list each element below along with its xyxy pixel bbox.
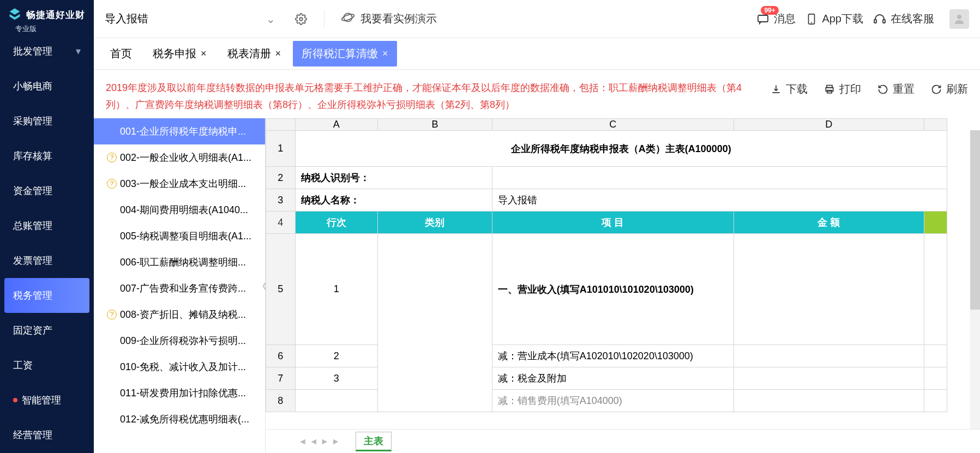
hdr-amount: 金 额 [734, 212, 924, 234]
cell-item[interactable]: 减：销售费用(填写A104000) [492, 390, 734, 412]
colhead-extra[interactable] [924, 119, 947, 131]
tab-settlement[interactable]: 所得税汇算清缴× [293, 41, 397, 67]
cell-amount[interactable] [734, 367, 924, 390]
tree-item-label: 012-减免所得税优惠明细表(... [120, 413, 249, 426]
warning-icon: ? [107, 310, 117, 319]
refresh-button[interactable]: 刷新 [931, 82, 968, 96]
avatar[interactable] [949, 9, 969, 29]
cell-line[interactable]: 2 [295, 345, 377, 367]
sidebar-item-0[interactable]: 批发管理▾ [0, 39, 94, 69]
cell-item[interactable]: 减：税金及附加 [492, 367, 734, 390]
rownum[interactable]: 6 [266, 345, 296, 367]
tree-item-5[interactable]: 006-职工薪酬纳税调整明细... [94, 249, 265, 275]
notice-text: 2019年度涉及取以前年度结转数据的申报表单元格需要手工维护正确，才能保证本年及… [106, 80, 749, 113]
tab-register[interactable]: 税表清册× [219, 41, 290, 67]
tree-item-label: 008-资产折旧、摊销及纳税... [120, 308, 246, 321]
cell-category[interactable] [378, 234, 492, 412]
rownum[interactable]: 4 [266, 212, 296, 234]
sidebar-item-1[interactable]: 小畅电商 [0, 69, 94, 104]
dot-icon [13, 398, 17, 402]
sidebar-item-7[interactable]: 税务管理 [4, 278, 89, 313]
close-icon[interactable]: × [201, 48, 207, 59]
sidebar-item-9[interactable]: 工资 [0, 348, 94, 383]
vertical-scrollbar[interactable] [970, 130, 980, 429]
tab-home[interactable]: 首页 [101, 41, 141, 67]
reset-button[interactable]: 重置 [877, 82, 915, 96]
rownum[interactable]: 7 [266, 367, 296, 390]
colhead-A[interactable]: A [295, 119, 377, 131]
sheet-nav-arrows[interactable]: ◄ ◄ ► ► [298, 437, 340, 446]
tree-item-8[interactable]: 009-企业所得税弥补亏损明... [94, 328, 265, 354]
sidebar-item-2[interactable]: 采购管理 [0, 104, 94, 138]
tree-item-0[interactable]: 001-企业所得税年度纳税申... [94, 118, 265, 144]
sheet-corner[interactable] [266, 119, 296, 131]
brand-edition: 专业版 [0, 23, 94, 39]
svg-point-2 [341, 13, 354, 22]
taxid-value[interactable] [492, 167, 947, 189]
tree-item-label: 010-免税、减计收入及加计... [120, 360, 246, 373]
tree-item-11[interactable]: 012-减免所得税优惠明细表(... [94, 406, 265, 432]
warning-icon: ? [107, 153, 117, 162]
chevron-down-icon[interactable]: ⌄ [263, 11, 278, 27]
support-button[interactable]: 在线客服 [873, 11, 934, 26]
tree-item-label: 011-研发费用加计扣除优惠... [120, 386, 246, 400]
rownum[interactable]: 1 [266, 131, 296, 167]
print-button[interactable]: 打印 [824, 82, 861, 96]
sidebar-item-4[interactable]: 资金管理 [0, 173, 94, 208]
brand-logo-icon [7, 7, 23, 23]
colhead-D[interactable]: D [734, 119, 924, 131]
tree-item-2[interactable]: ?003-一般企业成本支出明细... [94, 171, 265, 197]
rownum[interactable]: 8 [266, 390, 296, 412]
close-icon[interactable]: × [275, 48, 281, 59]
close-icon[interactable]: × [382, 48, 388, 59]
gear-icon[interactable] [294, 13, 308, 26]
sidebar-item-8[interactable]: 固定资产 [0, 313, 94, 348]
tree-item-3[interactable]: 004-期间费用明细表(A1040... [94, 197, 265, 223]
colhead-C[interactable]: C [492, 119, 734, 131]
svg-point-0 [299, 17, 303, 21]
rownum[interactable]: 5 [266, 234, 296, 345]
download-button[interactable]: 下载 [771, 82, 808, 96]
tree-item-label: 001-企业所得税年度纳税申... [120, 125, 246, 138]
tree-item-label: 007-广告费和业务宣传费跨... [120, 282, 246, 295]
svg-rect-11 [827, 90, 832, 93]
warning-icon: ? [107, 179, 117, 189]
demo-link[interactable]: 我要看实例演示 [341, 10, 437, 27]
tree-item-1[interactable]: ?002-一般企业收入明细表(A1... [94, 144, 265, 171]
sidebar-item-10[interactable]: 智能管理 [0, 383, 94, 418]
planet-icon [341, 10, 355, 27]
tree-item-label: 009-企业所得税弥补亏损明... [120, 334, 246, 347]
rownum[interactable]: 3 [266, 189, 296, 212]
sidebar-item-11[interactable]: 经营管理 [0, 418, 94, 452]
sheet-tab-main[interactable]: 主表 [356, 432, 392, 451]
cell-line[interactable]: 3 [295, 367, 377, 390]
rownum[interactable]: 2 [266, 167, 296, 189]
taxname-value[interactable]: 导入报错 [492, 189, 947, 212]
tree-item-10[interactable]: 011-研发费用加计扣除优惠... [94, 380, 265, 406]
sidebar-item-3[interactable]: 库存核算 [0, 138, 94, 173]
cell-amount[interactable] [734, 234, 924, 345]
cell-line[interactable] [295, 390, 377, 412]
sidebar-item-5[interactable]: 总账管理 [0, 208, 94, 243]
tree-item-4[interactable]: 005-纳税调整项目明细表(A1... [94, 223, 265, 249]
tab-declare[interactable]: 税务申报× [144, 41, 215, 67]
svg-point-8 [957, 15, 961, 19]
message-button[interactable]: 99+ 消息 [756, 11, 796, 26]
appdownload-button[interactable]: App下载 [805, 11, 863, 26]
divider [324, 10, 324, 28]
cell-amount[interactable] [734, 345, 924, 367]
context-label: 导入报错 [105, 11, 148, 26]
cell-item[interactable]: 一、营业收入(填写A101010\101020\103000) [492, 234, 734, 345]
hdr-line: 行次 [295, 212, 377, 234]
colhead-B[interactable]: B [378, 119, 492, 131]
svg-rect-3 [758, 15, 768, 22]
tree-item-7[interactable]: ?008-资产折旧、摊销及纳税... [94, 301, 265, 328]
tree-item-label: 002-一般企业收入明细表(A1... [120, 151, 251, 164]
cell-line[interactable]: 1 [295, 234, 377, 345]
cell-item[interactable]: 减：营业成本(填写A102010\102020\103000) [492, 345, 734, 367]
tree-item-9[interactable]: 010-免税、减计收入及加计... [94, 354, 265, 380]
sidebar-item-6[interactable]: 发票管理 [0, 243, 94, 278]
tree-item-6[interactable]: 007-广告费和业务宣传费跨... [94, 275, 265, 301]
collapse-handle-icon[interactable]: 《 [258, 282, 266, 292]
tree-item-label: 006-职工薪酬纳税调整明细... [120, 256, 246, 269]
